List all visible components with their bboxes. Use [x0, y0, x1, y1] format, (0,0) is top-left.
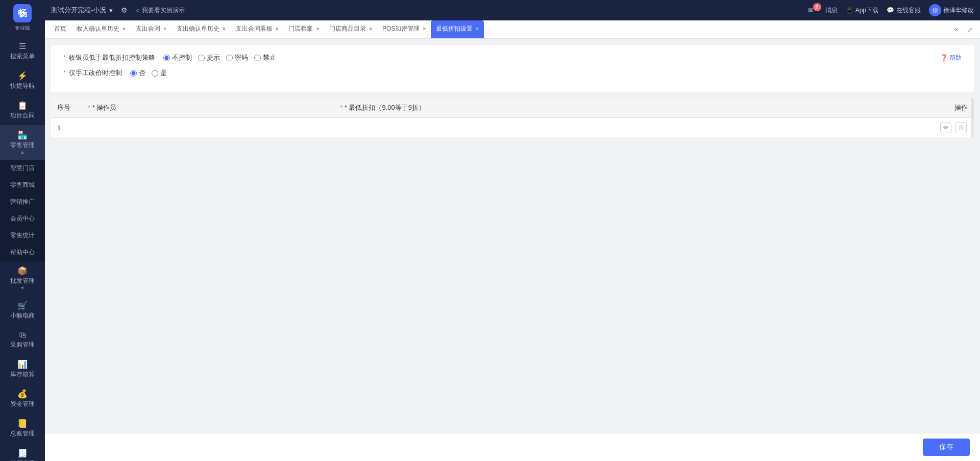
demo-text: 我要看实例演示	[142, 6, 185, 15]
tab-label: 支出确认单历史	[177, 25, 219, 33]
manual-label: * 仅手工改价时控制	[63, 68, 122, 78]
strategy-password[interactable]: 密码	[226, 53, 248, 62]
manual-yes[interactable]: 是	[152, 68, 167, 78]
gear-icon: ⚙	[121, 6, 128, 14]
strategy-row: * 收银员低于最低折扣控制策略 不控制 提示 密码	[63, 53, 962, 62]
col-header-seq: 序号	[51, 98, 82, 118]
message-button[interactable]: ✉ 8 消息	[808, 6, 838, 15]
tab-payment-contract[interactable]: 支出合同 ×	[131, 20, 172, 39]
sidebar-item-inventory[interactable]: 📊 库存核算	[0, 354, 45, 384]
close-icon[interactable]: ×	[276, 26, 279, 32]
manual-radio-group: 否 是	[130, 68, 167, 78]
strategy-forbid[interactable]: 禁止	[254, 53, 276, 62]
cell-actions: ✏ 🗑	[933, 118, 974, 138]
tab-payment-contract-board[interactable]: 支出合同看板 ×	[231, 20, 284, 39]
tab-store-product-catalog[interactable]: 门店商品目录 ×	[324, 20, 377, 39]
close-all-tabs-button[interactable]: ×	[951, 25, 962, 35]
sidebar-item-label: 总账管理	[10, 429, 35, 438]
service-icon: 💬	[887, 7, 894, 14]
scrollbar-handle[interactable]	[971, 98, 974, 138]
tab-store-archive[interactable]: 门店档案 ×	[283, 20, 324, 39]
close-icon[interactable]: ×	[476, 26, 479, 32]
sidebar-item-retail-stats[interactable]: 零售统计	[0, 227, 45, 244]
app-edition: 专业版	[15, 25, 30, 32]
strategy-no-control[interactable]: 不控制	[163, 53, 192, 62]
sidebar-item-batch-management[interactable]: 📦 批发管理 ▼	[0, 261, 45, 296]
message-badge: 8	[813, 3, 821, 11]
sidebar-item-ledger[interactable]: 📒 总账管理	[0, 414, 45, 443]
tab-payment-confirm-history[interactable]: 支出确认单历史 ×	[172, 20, 231, 39]
cell-operator	[82, 118, 334, 138]
project-name: 测试分开完程-小况	[51, 6, 106, 15]
tab-label: 门店档案	[288, 25, 313, 33]
sidebar-item-search-menu[interactable]: ☰ 搜索菜单	[0, 36, 45, 66]
tab-income-history[interactable]: 收入确认单历史 ×	[71, 20, 131, 39]
tab-label: 支出合同	[136, 25, 160, 33]
user-menu[interactable]: 徐 徐泽华修改	[929, 4, 974, 16]
sidebar-item-label: 智慧门店	[10, 164, 35, 173]
tab-home[interactable]: 首页	[49, 20, 71, 39]
sidebar-item-label: 搜索菜单	[10, 52, 35, 61]
close-icon[interactable]: ×	[423, 26, 426, 32]
sidebar-item-smart-store[interactable]: 智慧门店	[0, 160, 45, 177]
sidebar-item-label: 快捷导航	[10, 82, 35, 90]
sidebar-item-label: 采购管理	[10, 341, 35, 349]
message-icon: ✉	[808, 7, 813, 14]
sidebar-item-help-center[interactable]: 帮助中心	[0, 244, 45, 261]
sidebar-item-retail-mall[interactable]: 零售商城	[0, 177, 45, 193]
strategy-hint[interactable]: 提示	[198, 53, 220, 62]
sidebar-logo: 畅 专业版	[0, 0, 45, 36]
table-row: 1 ✏ 🗑	[51, 118, 974, 138]
ecommerce-icon: 🛒	[17, 301, 28, 310]
sidebar-item-retail-management[interactable]: 🏪 零售管理 ▲	[0, 125, 45, 160]
help-icon: ❓	[940, 54, 948, 61]
app-download-button[interactable]: 📱 App下载	[846, 6, 878, 15]
strategy-label: * 收银员低于最低折扣控制策略	[63, 53, 155, 62]
strategy-radio-group: 不控制 提示 密码 禁止	[163, 53, 276, 62]
help-button[interactable]: ❓ ❓ 帮助 帮助	[940, 54, 962, 62]
form-section: * 收银员低于最低折扣控制策略 不控制 提示 密码	[51, 45, 974, 92]
batch-management-icon: 📦	[17, 266, 28, 276]
sidebar-item-label: 小畅电商	[10, 311, 35, 320]
sidebar-item-xiaochu-ecommerce[interactable]: 🛒 小畅电商	[0, 296, 45, 325]
app-download-label: App下载	[855, 6, 878, 15]
project-chevron-icon: ▾	[109, 7, 113, 14]
quick-nav-icon: ⚡	[17, 71, 28, 81]
delete-row-button[interactable]: 🗑	[955, 122, 967, 133]
discount-table: 序号 * * 操作员 * * 最低折扣（9.00等于9折） 操作	[51, 98, 974, 138]
sidebar-item-quick-nav[interactable]: ⚡ 快捷导航	[0, 66, 45, 95]
sidebar: 畅 专业版 ☰ 搜索菜单 ⚡ 快捷导航 📋 项目合同 🏪 零售管理 ▲ 智慧门店…	[0, 0, 45, 461]
topbar-settings-button[interactable]: ⚙	[121, 6, 128, 14]
sidebar-item-fund-management[interactable]: 💰 资金管理	[0, 384, 45, 414]
close-icon[interactable]: ×	[223, 26, 226, 32]
online-service-button[interactable]: 💬 在线客服	[887, 6, 921, 15]
chevron-down-icon: ▼	[20, 285, 25, 290]
tab-label: 收入确认单历史	[77, 25, 119, 33]
expand-tab-button[interactable]: ⤢	[964, 25, 976, 35]
col-header-discount: * * 最低折扣（9.00等于9折）	[334, 98, 933, 118]
save-button[interactable]: 保存	[923, 439, 970, 456]
sidebar-item-purchase[interactable]: 🛍 采购管理	[0, 325, 45, 354]
sidebar-item-label: 零售商城	[10, 181, 35, 189]
tab-label: 最低折扣设置	[436, 25, 473, 33]
manual-no[interactable]: 否	[130, 68, 145, 78]
close-icon[interactable]: ×	[316, 26, 319, 32]
tab-label: 门店商品目录	[329, 25, 366, 33]
close-icon[interactable]: ×	[369, 26, 372, 32]
sidebar-item-label: 会员中心	[10, 214, 35, 223]
sidebar-item-project-contract[interactable]: 📋 项目合同	[0, 95, 45, 125]
tab-min-discount-setting[interactable]: 最低折扣设置 ×	[431, 20, 484, 39]
edit-row-button[interactable]: ✏	[940, 122, 951, 133]
sidebar-item-invoice[interactable]: 🧾 发票管理	[0, 443, 45, 461]
close-icon[interactable]: ×	[163, 26, 166, 32]
demo-link[interactable]: ○ 我要看实例演示	[136, 6, 184, 15]
close-icon[interactable]: ×	[122, 26, 126, 32]
sidebar-item-marketing[interactable]: 营销推广	[0, 193, 45, 210]
demo-circle-icon: ○	[136, 7, 139, 14]
sidebar-item-member-center[interactable]: 会员中心	[0, 210, 45, 227]
sidebar-item-label: 发票管理	[10, 459, 35, 461]
sidebar-item-label: 批发管理	[10, 277, 35, 285]
retail-management-icon: 🏪	[17, 130, 28, 140]
project-selector[interactable]: 测试分开完程-小况 ▾	[51, 6, 113, 15]
tab-pos-password[interactable]: POS加密管理 ×	[377, 20, 431, 39]
